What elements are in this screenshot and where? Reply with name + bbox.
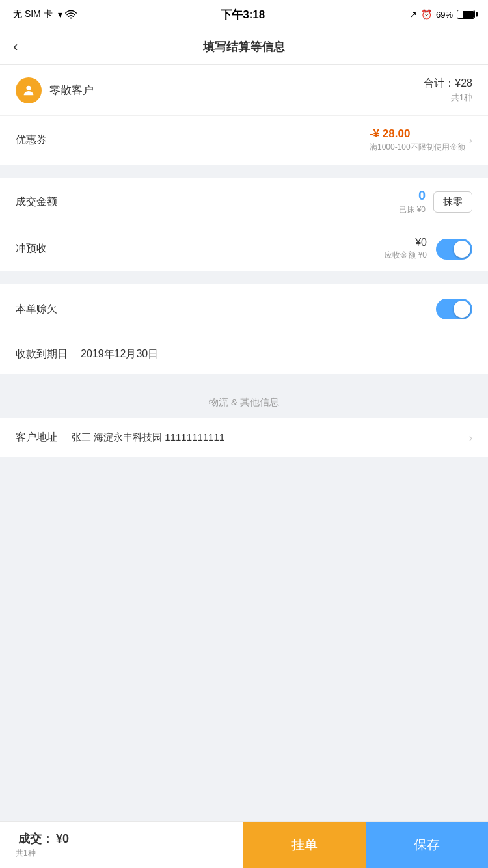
alarm-icon: ⏰ (421, 9, 432, 20)
prereceive-receivable: 应收金额 ¥0 (385, 250, 427, 261)
customer-total: 合计：¥28 (424, 77, 472, 90)
customer-avatar (16, 77, 42, 103)
debt-row: 本单赊欠 (0, 284, 488, 334)
transaction-label: 成交金额 (16, 195, 57, 209)
svg-point-0 (70, 18, 71, 19)
main-content: 零散客户 合计：¥28 共1种 优惠券 -¥ 28.00 满1000-100不限… (0, 65, 488, 516)
customer-section: 零散客户 合计：¥28 共1种 优惠券 -¥ 28.00 满1000-100不限… (0, 65, 488, 165)
debt-toggle-knob (454, 301, 470, 318)
due-date-label: 收款到期日 (16, 347, 68, 361)
svg-point-1 (26, 85, 31, 90)
prereceive-toggle[interactable] (436, 239, 472, 260)
customer-left: 零散客户 (16, 77, 94, 103)
divider-2 (0, 278, 488, 284)
battery-percent: 69% (436, 10, 453, 20)
status-bar: 无 SIM 卡 ▾ 下午3:18 ↗ ⏰ 69% (0, 0, 488, 29)
battery-icon (457, 10, 475, 19)
logistics-title: 物流 & 其他信息 (209, 396, 279, 407)
coupon-right-col: -¥ 28.00 满1000-100不限制使用金额 (370, 128, 465, 153)
bottom-info: 成交：¥0 共1种 (0, 831, 243, 859)
debt-toggle[interactable] (436, 299, 472, 319)
prereceive-amount: ¥0 (385, 237, 427, 249)
customer-row: 零散客户 合计：¥28 共1种 (0, 65, 488, 115)
due-date-value: 2019年12月30日 (81, 347, 158, 361)
coupon-description: 满1000-100不限制使用金额 (370, 142, 465, 153)
address-section: 客户地址 张三 海淀永丰科技园 11111111111 › (0, 418, 488, 457)
bottom-bar: 成交：¥0 共1种 挂单 保存 (0, 821, 488, 868)
transaction-section: 成交金额 已抹 ¥0 抹零 冲预收 ¥0 应收金额 ¥0 (0, 178, 488, 271)
back-button[interactable]: ‹ (8, 33, 23, 61)
save-button[interactable]: 保存 (366, 822, 488, 869)
due-date-row: 收款到期日 2019年12月30日 (0, 334, 488, 374)
nav-bar: ‹ 填写结算等信息 (0, 29, 488, 65)
debt-label: 本单赊欠 (16, 303, 57, 316)
transaction-right: 已抹 ¥0 抹零 (386, 188, 472, 215)
location-icon: ↗ (409, 9, 417, 20)
status-left: 无 SIM 卡 ▾ (13, 8, 77, 20)
hang-button[interactable]: 挂单 (243, 822, 366, 869)
bottom-deal-label: 成交： (18, 832, 53, 845)
wifi-icon: ▾ (58, 9, 77, 20)
bottom-count: 共1种 (16, 848, 228, 859)
transaction-amount-input[interactable] (386, 188, 426, 203)
already-rounded-text: 已抹 ¥0 (386, 204, 426, 215)
page-title: 填写结算等信息 (203, 39, 285, 55)
coupon-label: 优惠券 (16, 133, 47, 147)
round-zero-button[interactable]: 抹零 (433, 191, 472, 213)
customer-count: 共1种 (424, 92, 472, 103)
logistics-header: 物流 & 其他信息 (0, 387, 488, 418)
coupon-row[interactable]: 优惠券 -¥ 28.00 满1000-100不限制使用金额 › (0, 115, 488, 165)
coupon-chevron-icon: › (469, 135, 472, 146)
customer-name: 零散客户 (49, 83, 94, 98)
status-right: ↗ ⏰ 69% (409, 9, 475, 20)
address-chevron-icon: › (469, 432, 472, 444)
prereceive-label: 冲预收 (16, 242, 47, 256)
prereceive-values: ¥0 应收金额 ¥0 (385, 237, 427, 261)
carrier-text: 无 SIM 卡 (13, 8, 53, 20)
coupon-amount: -¥ 28.00 (370, 128, 465, 141)
customer-right: 合计：¥28 共1种 (424, 77, 472, 103)
address-value: 张三 海淀永丰科技园 11111111111 (72, 431, 464, 444)
prereceive-right: ¥0 应收金额 ¥0 (385, 237, 472, 261)
divider-3 (0, 381, 488, 387)
toggle-knob (454, 241, 470, 258)
address-row[interactable]: 客户地址 张三 海淀永丰科技园 11111111111 › (0, 418, 488, 457)
transaction-amount-row: 成交金额 已抹 ¥0 抹零 (0, 178, 488, 226)
bottom-deal: 成交：¥0 (16, 831, 228, 847)
bottom-deal-amount: ¥0 (56, 832, 69, 845)
prereceive-row: 冲预收 ¥0 应收金额 ¥0 (0, 226, 488, 271)
status-time: 下午3:18 (221, 7, 265, 22)
address-label: 客户地址 (16, 431, 61, 444)
debt-section: 本单赊欠 收款到期日 2019年12月30日 (0, 284, 488, 374)
divider-1 (0, 171, 488, 178)
